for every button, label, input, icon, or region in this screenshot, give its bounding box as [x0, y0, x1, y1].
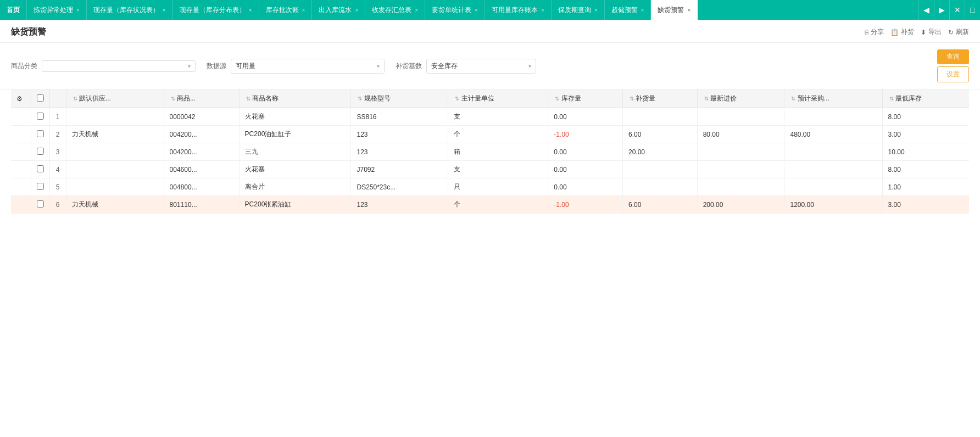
replenish-base-arrow-icon: ▾	[528, 63, 531, 69]
tab-close-shortage[interactable]: ×	[687, 7, 691, 13]
replenish-base-value: 安全库存	[431, 61, 458, 71]
tab-scroll-right[interactable]: ▶	[934, 0, 949, 20]
cell-latest-price	[697, 161, 784, 178]
row-checkbox-0[interactable]	[37, 113, 44, 120]
tab-abnormal[interactable]: 拣货异常处理×	[27, 0, 87, 20]
cell-stock-qty: 0.00	[548, 108, 623, 126]
row-settings-cell	[11, 196, 31, 214]
col-settings[interactable]: ⚙	[11, 89, 31, 108]
cell-spec-model: SS816	[351, 108, 448, 126]
row-checkbox-3[interactable]	[37, 165, 44, 172]
export-button[interactable]: ⬇ 导出	[921, 27, 942, 37]
row-settings-cell	[11, 108, 31, 126]
tab-available-ledger[interactable]: 可用量库存账本×	[485, 0, 552, 20]
cell-est-purchase	[784, 178, 882, 196]
cell-est-purchase: 480.00	[784, 126, 882, 143]
tab-close-overstock[interactable]: ×	[641, 7, 644, 13]
query-button[interactable]: 查询	[937, 49, 969, 64]
cell-default-supplier: 力天机械	[66, 126, 164, 143]
cell-product-code: 0000042	[164, 108, 239, 126]
col-price-sort-icon: ⇅	[704, 96, 709, 102]
cell-product-code: 004200...	[164, 143, 239, 161]
cell-est-purchase	[784, 143, 882, 161]
select-all-checkbox[interactable]	[37, 94, 44, 102]
cell-product-name: 离合片	[239, 178, 351, 196]
table-row: 6力天机械801110...PC200张紧油缸123个-1.006.00200.…	[11, 196, 969, 214]
cell-min-stock: 8.00	[882, 108, 969, 126]
refresh-icon: ↻	[948, 29, 954, 36]
cell-replenish-qty	[622, 108, 697, 126]
cell-latest-price	[697, 143, 784, 161]
replenish-base-select[interactable]: 安全库存 ▾	[426, 59, 536, 74]
tab-home[interactable]: 首页	[0, 0, 27, 20]
share-label: 分享	[871, 27, 884, 37]
tab-expiry-query[interactable]: 保质期查询×	[552, 0, 605, 20]
cell-product-name: 三九	[239, 143, 351, 161]
tab-maximize[interactable]: □	[965, 0, 980, 20]
cell-product-code: 004600...	[164, 161, 239, 178]
tab-close-requisition-stat[interactable]: ×	[475, 7, 478, 13]
replenish-button[interactable]: 📋 补货	[890, 27, 914, 37]
row-checkbox-cell	[31, 126, 49, 143]
tab-receive-summary[interactable]: 收发存汇总表×	[365, 0, 425, 20]
tab-stock-status[interactable]: 现存量（库存状况表）×	[87, 0, 173, 20]
replenish-base-filter: 补货基数 安全库存 ▾	[396, 59, 536, 74]
tab-close-expiry-query[interactable]: ×	[594, 7, 598, 13]
tab-close-available-ledger[interactable]: ×	[541, 7, 544, 13]
cell-replenish-qty: 20.00	[622, 143, 697, 161]
row-checkbox-5[interactable]	[37, 200, 44, 208]
settings-button[interactable]: 设置	[937, 66, 969, 82]
tab-batch-account[interactable]: 库存批次账×	[259, 0, 313, 20]
data-source-label: 数据源	[207, 61, 226, 71]
cell-unit: 箱	[448, 143, 548, 161]
row-checkbox-1[interactable]	[37, 130, 44, 137]
cell-replenish-qty: 6.00	[622, 196, 697, 214]
refresh-button[interactable]: ↻ 刷新	[948, 27, 969, 37]
col-stock-sort-icon: ⇅	[555, 96, 559, 102]
row-num: 5	[49, 178, 66, 196]
share-button[interactable]: ⎘ 分享	[865, 27, 884, 37]
cell-est-purchase: 1200.00	[784, 196, 882, 214]
tab-close-abnormal[interactable]: ×	[76, 7, 80, 13]
col-est-purchase: ⇅ 预计采购...	[784, 89, 882, 108]
tab-close-receive-summary[interactable]: ×	[415, 7, 418, 13]
col-spec-sort-icon: ⇅	[358, 96, 362, 102]
tab-stock-dist[interactable]: 现存量（库存分布表）×	[173, 0, 259, 20]
commodity-class-select[interactable]: ▾	[42, 60, 196, 72]
cell-stock-qty: 0.00	[548, 178, 623, 196]
cell-product-name: PC200油缸缸子	[239, 126, 351, 143]
row-num: 3	[49, 143, 66, 161]
col-product-name: ⇅ 商品名称	[239, 89, 351, 108]
export-icon: ⬇	[921, 29, 926, 36]
col-min-stock: ⇅ 最低库存	[882, 89, 969, 108]
tab-inout-flow[interactable]: 出入库流水×	[312, 0, 365, 20]
tab-close-batch-account[interactable]: ×	[302, 7, 305, 13]
tab-shortage[interactable]: 缺货预警×	[651, 0, 698, 20]
tab-close-stock-status[interactable]: ×	[163, 7, 166, 13]
tab-label-abnormal: 拣货异常处理	[34, 5, 73, 15]
cell-spec-model: 123	[351, 196, 448, 214]
tab-overstock[interactable]: 超储预警×	[605, 0, 652, 20]
tab-close-stock-dist[interactable]: ×	[249, 7, 252, 13]
col-stock-qty: ⇅ 库存量	[548, 89, 623, 108]
row-num: 6	[49, 196, 66, 214]
col-unit-sort-icon: ⇅	[455, 96, 459, 102]
cell-min-stock: 10.00	[882, 143, 969, 161]
tab-close-inout-flow[interactable]: ×	[355, 7, 358, 13]
cell-min-stock: 8.00	[882, 161, 969, 178]
row-checkbox-2[interactable]	[37, 148, 44, 155]
col-min-sort-icon: ⇅	[889, 96, 894, 102]
row-settings-cell	[11, 178, 31, 196]
tab-close-all[interactable]: ✕	[949, 0, 965, 20]
row-settings-cell	[11, 161, 31, 178]
data-source-select[interactable]: 可用量 ▾	[231, 59, 385, 74]
page-header: 缺货预警 ⎘ 分享 📋 补货 ⬇ 导出 ↻ 刷新	[0, 20, 980, 43]
cell-unit: 支	[448, 161, 548, 178]
col-replenish-qty: ⇅ 补货量	[622, 89, 697, 108]
data-source-filter: 数据源 可用量 ▾	[207, 59, 385, 74]
tab-scroll-left[interactable]: ◀	[918, 0, 934, 20]
tab-label-home: 首页	[7, 5, 20, 15]
tab-requisition-stat[interactable]: 要货单统计表×	[425, 0, 485, 20]
cell-spec-model: J7092	[351, 161, 448, 178]
row-checkbox-4[interactable]	[37, 183, 44, 190]
